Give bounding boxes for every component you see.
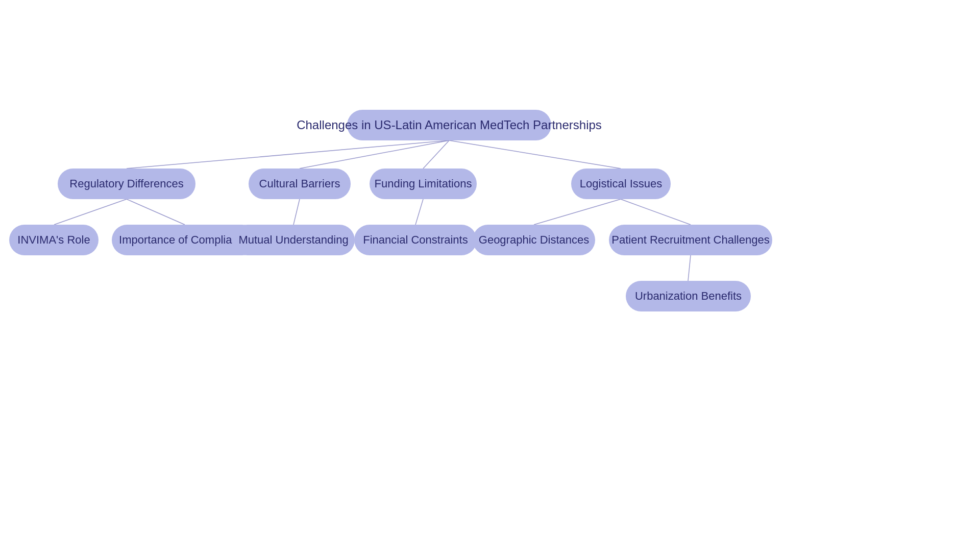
geographic-label: Geographic Distances — [479, 233, 589, 247]
root-node: Challenges in US-Latin American MedTech … — [347, 110, 551, 140]
invima-node: INVIMA's Role — [9, 225, 99, 255]
logistical-node: Logistical Issues — [571, 169, 671, 199]
cultural-label: Cultural Barriers — [259, 177, 340, 190]
svg-line-8 — [534, 199, 621, 225]
regulatory-node: Regulatory Differences — [58, 169, 195, 199]
logistical-label: Logistical Issues — [580, 177, 662, 190]
funding-node: Funding Limitations — [370, 169, 477, 199]
compliance-label: Importance of Compliance — [119, 233, 250, 247]
mutual-node: Mutual Understanding — [232, 225, 355, 255]
svg-line-9 — [621, 199, 691, 225]
svg-line-7 — [415, 199, 423, 225]
cultural-node: Cultural Barriers — [249, 169, 351, 199]
svg-line-0 — [127, 140, 449, 169]
svg-line-10 — [688, 255, 691, 281]
patient-label: Patient Recruitment Challenges — [611, 233, 769, 247]
urbanization-label: Urbanization Benefits — [635, 290, 742, 303]
urbanization-node: Urbanization Benefits — [626, 281, 751, 311]
financial-label: Financial Constraints — [363, 233, 468, 247]
mutual-label: Mutual Understanding — [238, 233, 348, 247]
regulatory-label: Regulatory Differences — [69, 177, 183, 190]
funding-label: Funding Limitations — [375, 177, 472, 190]
svg-line-6 — [293, 199, 300, 225]
invima-label: INVIMA's Role — [17, 233, 90, 247]
root-label: Challenges in US-Latin American MedTech … — [297, 118, 602, 132]
svg-line-5 — [127, 199, 185, 225]
patient-node: Patient Recruitment Challenges — [609, 225, 772, 255]
financial-node: Financial Constraints — [354, 225, 477, 255]
svg-line-3 — [449, 140, 621, 169]
geographic-node: Geographic Distances — [473, 225, 595, 255]
svg-line-4 — [54, 199, 127, 225]
